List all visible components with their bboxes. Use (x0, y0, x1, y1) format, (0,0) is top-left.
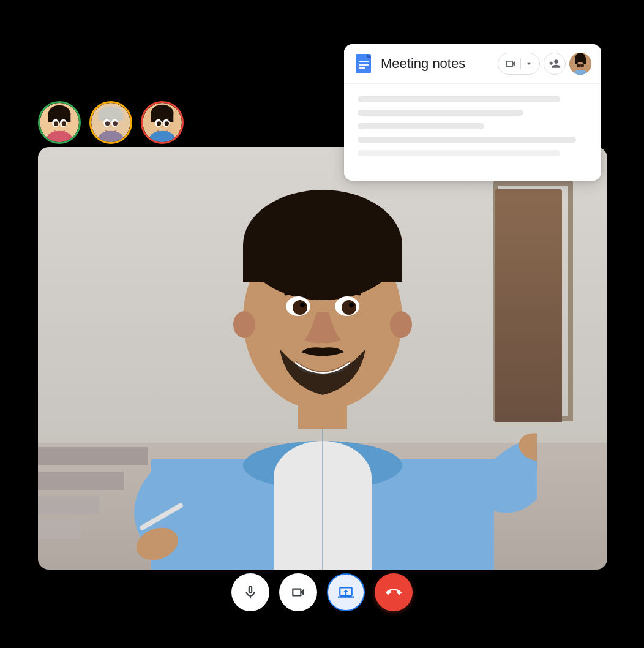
svg-rect-36 (99, 113, 123, 121)
video-camera-icon (504, 58, 517, 70)
participant-avatar-2[interactable] (89, 101, 132, 144)
svg-point-39 (105, 121, 110, 126)
dropdown-arrow-icon (525, 59, 533, 68)
svg-point-15 (390, 311, 412, 338)
microphone-icon (242, 584, 258, 600)
join-video-button[interactable] (498, 53, 540, 75)
content-line-5 (358, 150, 560, 156)
svg-point-61 (580, 64, 584, 67)
content-line-3 (358, 123, 484, 129)
svg-point-14 (233, 311, 255, 338)
participant-avatar-1[interactable] (38, 101, 81, 144)
add-person-icon (549, 58, 561, 70)
svg-rect-13 (243, 245, 402, 282)
svg-point-47 (157, 121, 161, 126)
svg-rect-28 (48, 113, 71, 122)
camera-button[interactable] (279, 573, 317, 611)
svg-point-20 (300, 303, 305, 307)
hangup-icon (386, 584, 402, 600)
hangup-button[interactable] (375, 573, 413, 611)
svg-point-60 (577, 64, 580, 67)
svg-point-19 (342, 300, 356, 315)
microphone-button[interactable] (231, 573, 269, 611)
content-line-4 (358, 137, 576, 143)
svg-point-31 (54, 121, 58, 126)
svg-point-40 (113, 121, 118, 126)
add-people-button[interactable] (544, 53, 566, 75)
present-screen-button[interactable] (327, 573, 365, 611)
content-line-1 (358, 96, 560, 102)
svg-rect-54 (359, 64, 369, 66)
docs-icon (354, 54, 373, 73)
svg-point-32 (62, 121, 66, 126)
svg-rect-2 (38, 496, 99, 514)
panel-content (344, 84, 601, 181)
scene: Meeting notes (0, 0, 644, 648)
person-in-call (108, 165, 537, 570)
camera-icon (290, 584, 306, 600)
content-line-2 (358, 110, 523, 116)
svg-point-18 (293, 300, 307, 315)
control-bar (231, 573, 413, 611)
meeting-notes-panel: Meeting notes (344, 44, 601, 181)
panel-header: Meeting notes (344, 44, 601, 84)
svg-rect-52 (356, 54, 367, 73)
svg-rect-55 (359, 67, 365, 69)
svg-rect-44 (151, 112, 174, 122)
user-avatar[interactable] (569, 53, 591, 75)
video-container (38, 147, 607, 570)
panel-title: Meeting notes (381, 56, 490, 72)
svg-rect-53 (359, 61, 369, 62)
svg-point-48 (165, 121, 169, 126)
participant-avatar-3[interactable] (141, 101, 184, 144)
panel-actions (498, 53, 591, 75)
present-icon (338, 584, 354, 600)
svg-point-21 (349, 303, 354, 307)
participants-row (38, 101, 184, 144)
svg-rect-3 (38, 521, 81, 539)
